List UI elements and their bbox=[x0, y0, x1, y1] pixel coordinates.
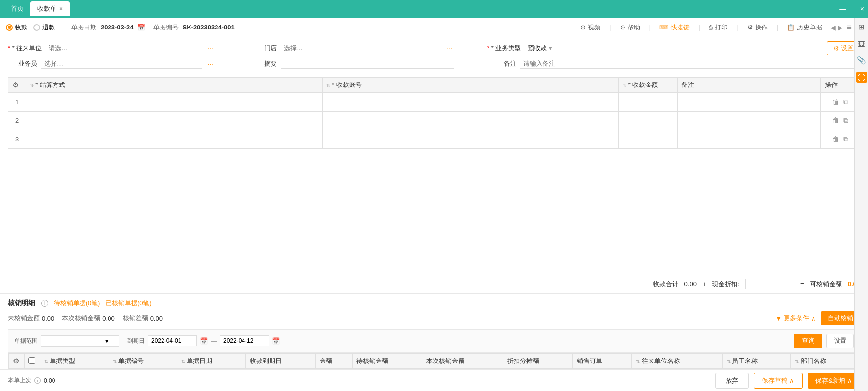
close-btn[interactable]: × bbox=[860, 5, 864, 13]
date-from-cal-icon[interactable]: 📅 bbox=[200, 337, 208, 345]
done-writeoff-link[interactable]: 已核销单据(0笔) bbox=[106, 299, 151, 307]
footer-info-icon[interactable]: i bbox=[34, 377, 41, 384]
settings-icon: ⚙ bbox=[833, 45, 839, 52]
salesperson-input[interactable] bbox=[41, 59, 202, 69]
bottom-table-section: ⚙ ⇅ 单据类型 ⇅ 单据编号 bbox=[8, 353, 860, 369]
nav-next-btn[interactable]: ▶ bbox=[838, 24, 843, 31]
writeoff-info-icon[interactable]: i bbox=[41, 300, 48, 307]
store-input[interactable] bbox=[281, 43, 442, 53]
tab-home-label: 首页 bbox=[11, 4, 24, 13]
doc-info: 单据日期 2023-03-24 📅 bbox=[71, 23, 145, 32]
history-btn[interactable]: 📋 历史单据 bbox=[783, 22, 826, 33]
payment-type-group: 收款 退款 bbox=[6, 23, 55, 32]
date-separator: — bbox=[211, 337, 217, 345]
more-conditions-btn[interactable]: ▼ 更多条件 ∧ bbox=[775, 314, 816, 323]
account-no-2[interactable] bbox=[322, 112, 619, 130]
radio-payment-circle bbox=[6, 24, 13, 31]
help-btn[interactable]: ⊙ 帮助 bbox=[616, 22, 644, 33]
delete-icon-1[interactable]: 🗑 bbox=[832, 98, 839, 106]
bottom-gear-icon[interactable]: ⚙ bbox=[13, 357, 19, 365]
this-order-val: 0.00 bbox=[44, 377, 55, 384]
form-row-2: 业务员 ··· 摘要 备注 bbox=[8, 59, 860, 69]
right-sidebar: ⊞ 🖼 📎 ⛶ bbox=[854, 18, 868, 391]
summary-input[interactable] bbox=[281, 59, 454, 69]
payment-method-2[interactable] bbox=[26, 112, 323, 130]
counterparty-more-btn[interactable]: ··· bbox=[206, 43, 214, 53]
video-btn[interactable]: ⊙ 视频 bbox=[576, 22, 604, 33]
bth-current-amount: 本次核销金额 bbox=[422, 354, 503, 369]
bth-pending-amount: 待核销金额 bbox=[352, 354, 422, 369]
amount-3[interactable] bbox=[619, 130, 678, 149]
date-to-cal-icon[interactable]: 📅 bbox=[272, 337, 280, 345]
nav-prev-btn[interactable]: ◀ bbox=[830, 24, 836, 31]
maximize-btn[interactable]: □ bbox=[851, 5, 855, 13]
business-type-select[interactable]: 预收款 ▾ bbox=[525, 43, 584, 54]
amount-1[interactable] bbox=[619, 93, 678, 112]
radio-refund[interactable]: 退款 bbox=[33, 23, 55, 32]
remark-3[interactable] bbox=[678, 130, 821, 149]
tab-bar: 首页 收款单 × — □ × bbox=[0, 0, 868, 18]
sidebar-attach-icon[interactable]: 📎 bbox=[856, 55, 867, 66]
tab-active[interactable]: 收款单 × bbox=[30, 1, 70, 16]
range-select[interactable]: ▾ bbox=[41, 335, 119, 347]
copy-icon-2[interactable]: ⧉ bbox=[843, 116, 848, 124]
toolbar-divider-1 bbox=[63, 23, 63, 32]
save-new-btn[interactable]: 保存&新增 ∧ bbox=[808, 373, 860, 389]
range-dropdown-icon: ▾ bbox=[105, 337, 108, 345]
account-no-3[interactable] bbox=[322, 130, 619, 149]
shortcut-btn[interactable]: ⌨ 快捷键 bbox=[655, 22, 694, 33]
main-container: 收款 退款 单据日期 2023-03-24 📅 单据编号 SK-20230324… bbox=[0, 18, 868, 391]
select-all-checkbox[interactable] bbox=[28, 357, 35, 364]
save-draft-btn[interactable]: 保存草稿 ∧ bbox=[754, 373, 803, 389]
diff-val: 0.00 bbox=[150, 315, 163, 322]
sort-icon: ⇅ bbox=[30, 83, 34, 88]
query-btn[interactable]: 查询 bbox=[794, 334, 822, 348]
list-view-btn[interactable]: ≡ bbox=[847, 23, 852, 32]
counterparty-input[interactable] bbox=[46, 43, 202, 53]
store-more-btn[interactable]: ··· bbox=[446, 43, 454, 53]
sidebar-table-icon[interactable]: ⊞ bbox=[856, 22, 867, 32]
payment-method-3[interactable] bbox=[26, 130, 323, 149]
minimize-btn[interactable]: — bbox=[839, 5, 846, 13]
amount-2[interactable] bbox=[619, 112, 678, 130]
search-settings-btn[interactable]: 设置 bbox=[826, 334, 854, 348]
footer: 本单上次 i 0.00 放弃 保存草稿 ∧ 保存&新增 ∧ bbox=[0, 369, 868, 391]
copy-icon-1[interactable]: ⧉ bbox=[843, 98, 848, 106]
delete-icon-3[interactable]: 🗑 bbox=[832, 135, 839, 143]
sidebar-expand-icon[interactable]: ⛶ bbox=[856, 72, 867, 83]
account-no-1[interactable] bbox=[322, 93, 619, 112]
salesperson-field: 业务员 ··· bbox=[8, 59, 214, 69]
calendar-icon[interactable]: 📅 bbox=[137, 24, 145, 31]
remark-1[interactable] bbox=[678, 93, 821, 112]
form-row-1: * 往来单位 ··· 门店 ··· * 业务类型 预收款 ▾ ⚙ 设置 bbox=[8, 41, 860, 55]
row-num-3: 3 bbox=[8, 130, 26, 149]
radio-payment[interactable]: 收款 bbox=[6, 23, 27, 32]
table-gear-icon[interactable]: ⚙ bbox=[12, 81, 19, 89]
date-to-input[interactable] bbox=[220, 335, 269, 346]
th-settings: ⚙ bbox=[8, 78, 26, 93]
payment-table: ⚙ ⇅ * 结算方式 ⇅ * 收款账号 ⇅ * 收款金额 bbox=[8, 77, 860, 149]
operate-btn[interactable]: ⚙ 操作 bbox=[743, 22, 772, 33]
date-from-input[interactable] bbox=[148, 335, 197, 346]
th-amount: ⇅ * 收款金额 bbox=[619, 78, 678, 93]
radio-refund-label: 退款 bbox=[42, 23, 55, 32]
payment-method-1[interactable] bbox=[26, 93, 323, 112]
tab-close-btn[interactable]: × bbox=[59, 5, 63, 12]
plus-sign: + bbox=[703, 280, 706, 288]
tab-home[interactable]: 首页 bbox=[4, 1, 30, 16]
discount-input[interactable] bbox=[745, 279, 794, 289]
remark-input[interactable] bbox=[520, 59, 860, 69]
remark-label: 备注 bbox=[487, 59, 516, 68]
remark-2[interactable] bbox=[678, 112, 821, 130]
equals-sign: = bbox=[800, 280, 804, 288]
store-label: 门店 bbox=[247, 44, 277, 53]
counterparty-field: * 往来单位 ··· bbox=[8, 43, 214, 53]
copy-icon-3[interactable]: ⧉ bbox=[843, 135, 848, 143]
abandon-btn[interactable]: 放弃 bbox=[715, 373, 749, 389]
sidebar-image-icon[interactable]: 🖼 bbox=[856, 38, 867, 49]
print-btn[interactable]: ⎙ 打印 bbox=[705, 22, 732, 33]
bth-counterparty: ⇅ 往来单位名称 bbox=[632, 354, 723, 369]
pending-writeoff-link[interactable]: 待核销单据(0笔) bbox=[54, 299, 100, 307]
delete-icon-2[interactable]: 🗑 bbox=[832, 116, 839, 124]
salesperson-more-btn[interactable]: ··· bbox=[206, 59, 214, 69]
